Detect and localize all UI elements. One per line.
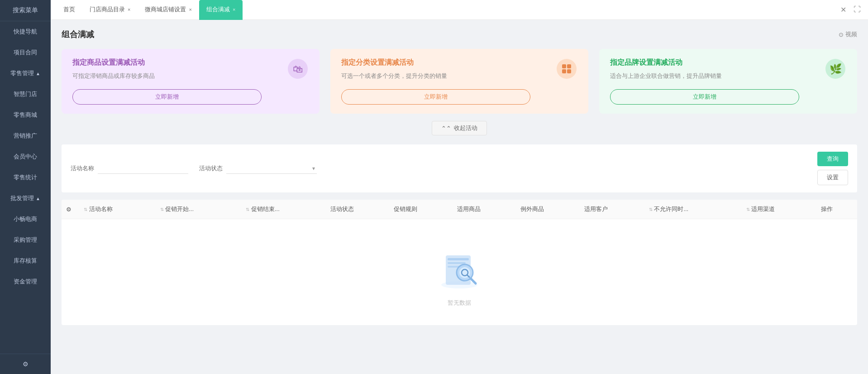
collapse-label: 收起活动 [454,124,477,132]
table-header-applicable-goods: 适用商品 [453,200,516,219]
brand-card-desc: 适合与上游企业联合做营销，提升品牌销量 [610,72,846,80]
table-header-row: ⚙ ⇅ 活动名称 ⇅ 促销开始... ⇅ 促销结束... [62,200,857,219]
svg-text:🌿: 🌿 [830,63,842,75]
filter-status-item: 活动状态 进行中 已结束 未开始 ▾ [199,163,317,174]
close-icon[interactable]: × [189,7,191,12]
svg-rect-5 [562,69,566,73]
tab-wechat-store[interactable]: 微商城店铺设置 × [138,0,199,20]
sidebar-item-label: 营销推广 [14,132,37,140]
activity-cards: 🛍 指定商品设置满减活动 可指定滞销商品或库存较多商品 立即新增 [62,49,857,114]
svg-text:🛍: 🛍 [293,63,303,75]
sidebar-item-label: 会员中心 [14,153,37,161]
sidebar-item-member-center[interactable]: 会员中心 [0,146,51,167]
sidebar-search[interactable]: 搜索菜单 [0,0,51,21]
table-container: ⚙ ⇅ 活动名称 ⇅ 促销开始... ⇅ 促销结束... [62,200,857,325]
collapse-up-icon: ⌃⌃ [441,125,451,132]
tab-home-label: 首页 [63,5,75,14]
tab-wechat-store-label: 微商城店铺设置 [145,5,186,14]
sort-icon: ⇅ [160,207,164,212]
settings-button[interactable]: ⚙ [0,354,51,374]
product-card-add-button[interactable]: 立即新增 [72,89,262,105]
sidebar-item-wholesale-mgmt[interactable]: 批发管理 ▲ [0,188,51,209]
collapse-button[interactable]: ⌃⌃ 收起活动 [432,121,487,135]
sort-icon: ⇅ [246,207,249,212]
close-icon[interactable]: × [233,7,235,12]
svg-rect-3 [562,64,566,68]
table-header-promo-rule: 促销规则 [389,200,453,219]
sidebar-item-purchase-mgmt[interactable]: 采购管理 [0,230,51,250]
brand-icon: 🌿 [825,58,846,83]
brand-card-title: 指定品牌设置满减活动 [610,58,846,67]
sort-icon: ⇅ [84,207,87,212]
query-button[interactable]: 查询 [817,152,848,166]
filter-status-label: 活动状态 [199,164,223,173]
svg-point-2 [557,59,577,79]
category-card-add-button[interactable]: 立即新增 [341,89,530,105]
product-card-title: 指定商品设置满减活动 [72,58,309,67]
tab-combo-discount[interactable]: 组合满减 × [199,0,243,20]
sidebar-item-label: 零售商城 [14,111,37,119]
table-header-exception-goods: 例外商品 [516,200,579,219]
category-card-title: 指定分类设置满减活动 [341,58,577,67]
gear-icon: ⚙ [66,206,72,213]
sidebar-item-quick-nav[interactable]: 快捷导航 [0,21,51,42]
play-circle-icon: ⊙ [839,31,844,38]
table-header-promo-start[interactable]: ⇅ 促销开始... [154,200,240,219]
filter-actions: 查询 设置 [817,152,848,185]
sidebar-item-label: 零售管理 [10,69,34,77]
sidebar-item-label: 智慧门店 [14,90,37,98]
table-header-activity-name[interactable]: ⇅ 活动名称 [78,200,154,219]
sidebar-item-retail-mgmt[interactable]: 零售管理 ▲ [0,63,51,84]
filter-name-label: 活动名称 [71,164,94,173]
filter-name-item: 活动名称 [71,163,188,174]
sidebar-item-marketing[interactable]: 营销推广 [0,125,51,146]
category-activity-card: 指定分类设置满减活动 可选一个或者多个分类，提升分类的销量 立即新增 [330,49,588,114]
close-window-icon[interactable]: ✕ [839,4,848,16]
chevron-down-icon: ▲ [36,196,40,201]
sidebar-item-label: 采购管理 [14,236,37,244]
svg-rect-6 [567,69,571,73]
sidebar-item-label: 批发管理 [10,194,34,202]
sidebar: 搜索菜单 快捷导航 项目合同 零售管理 ▲ 智慧门店 零售商城 营销推广 会员中… [0,0,51,374]
sort-icon: ⇅ [746,207,750,212]
sidebar-item-retail-mall[interactable]: 零售商城 [0,105,51,125]
setting-button[interactable]: 设置 [817,170,848,185]
product-card-desc: 可指定滞销商品或库存较多商品 [72,72,309,80]
collapse-bar: ⌃⌃ 收起活动 [62,121,857,135]
main-area: 首页 门店商品目录 × 微商城店铺设置 × 组合满减 × ✕ ⛶ 组合满减 ⊙ … [51,0,868,374]
empty-text: 暂无数据 [62,299,857,307]
video-link[interactable]: ⊙ 视频 [839,30,857,38]
close-icon[interactable]: × [128,7,130,12]
category-card-desc: 可选一个或者多个分类，提升分类的销量 [341,72,577,80]
page-title: 组合满减 [62,29,94,40]
sidebar-item-retail-stats[interactable]: 零售统计 [0,167,51,188]
chevron-up-icon: ▲ [36,71,40,76]
brand-card-add-button[interactable]: 立即新增 [610,89,799,105]
table-header-promo-end[interactable]: ⇅ 促销结束... [240,200,326,219]
sidebar-item-inventory[interactable]: 库存核算 [0,250,51,271]
filter-name-input[interactable] [98,163,188,174]
sidebar-item-smart-store[interactable]: 智慧门店 [0,84,51,105]
sidebar-item-label: 小畅电商 [14,215,37,223]
sidebar-item-label: 资金管理 [14,278,37,286]
table-header-operation: 操作 [816,200,857,219]
tab-home[interactable]: 首页 [56,0,82,20]
sidebar-item-label: 快捷导航 [14,28,37,36]
table-header-no-concurrent[interactable]: ⇅ 不允许同时... [643,200,740,219]
tab-store-catalog[interactable]: 门店商品目录 × [82,0,138,20]
maximize-icon[interactable]: ⛶ [852,4,863,16]
sidebar-item-project-contract[interactable]: 项目合同 [0,42,51,63]
category-icon [556,58,577,83]
sidebar-item-label: 库存核算 [14,257,37,265]
svg-rect-4 [567,64,571,68]
table-header-applicable-channel[interactable]: ⇅ 适用渠道 [740,200,817,219]
svg-rect-12 [448,262,466,264]
brand-activity-card: 🌿 指定品牌设置满减活动 适合与上游企业联合做营销，提升品牌销量 立即新增 [599,49,857,114]
sort-icon: ⇅ [649,207,653,212]
filter-status-select[interactable]: 进行中 已结束 未开始 [226,163,317,174]
table-header-settings[interactable]: ⚙ [62,200,78,219]
table-header-applicable-customer: 适用客户 [580,200,643,219]
sidebar-item-fund-mgmt[interactable]: 资金管理 [0,271,51,292]
svg-rect-11 [448,258,469,260]
sidebar-item-xiaochange[interactable]: 小畅电商 [0,209,51,230]
